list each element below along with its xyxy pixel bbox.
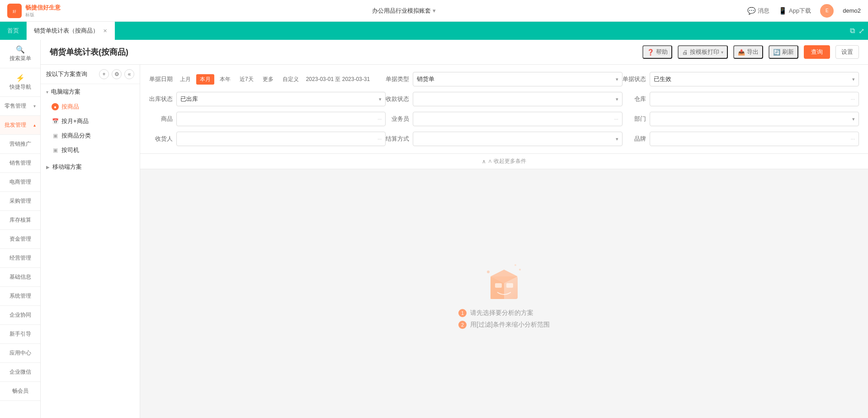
settings-button[interactable]: 设置: [835, 45, 859, 59]
sidebar-item-finance[interactable]: 资金管理: [0, 230, 40, 249]
sidebar-item-member[interactable]: 畅会员: [0, 382, 40, 401]
doc-status-select[interactable]: 已生效 ▾: [650, 72, 859, 86]
refresh-button[interactable]: 🔄 刷新: [769, 45, 798, 59]
message-button[interactable]: 💬 消息: [747, 7, 769, 15]
receiver-select[interactable]: ···: [176, 132, 386, 146]
tab-restore-icon[interactable]: ⧉: [850, 27, 855, 35]
staff-select[interactable]: ···: [413, 112, 622, 126]
sidebar-item-sales[interactable]: 销售管理: [0, 154, 40, 173]
user-avatar[interactable]: E: [820, 4, 834, 18]
filter-group-date: 单据日期 上月 本月 本年 近7天 更多 自定义 20: [149, 74, 386, 85]
receiver-dots-icon: ···: [377, 136, 382, 142]
payment-status-select[interactable]: ▾: [413, 92, 622, 106]
sidebar-item-search-menu[interactable]: 🔍 搜索菜单: [0, 40, 40, 68]
date-tab-this-year[interactable]: 本年: [216, 74, 234, 85]
app-selector[interactable]: 办公用品行业模拟账套 ▾: [368, 5, 439, 17]
product-select[interactable]: ···: [176, 112, 386, 126]
date-tab-7days[interactable]: 近7天: [236, 74, 257, 85]
sidebar-item-enterprise[interactable]: 企业协同: [0, 306, 40, 325]
hint-2-num: 2: [458, 321, 467, 329]
tree-item-by-category[interactable]: ▣ 按商品分类: [41, 128, 140, 143]
svg-rect-6: [506, 283, 513, 288]
collapse-bar[interactable]: ∧ ∧ 收起更多条件: [140, 154, 868, 169]
filter-group-payment-status: 收款状态 ▾: [386, 92, 622, 106]
left-panel: 按以下方案查询 + ⚙ « ▾ 电脑端方案 ● 按商品: [41, 65, 140, 418]
filter-group-receiver: 收货人 ···: [149, 132, 386, 146]
panel-header-actions: + ⚙ «: [99, 69, 134, 79]
filter-group-out-status: 出库状态 已出库 ▾: [149, 92, 386, 106]
filter-row-2: 出库状态 已出库 ▾ 收款状态 ▾: [149, 92, 859, 106]
payment-status-label: 收款状态: [386, 95, 413, 103]
tree-expand-icon: ▾: [46, 90, 48, 95]
query-button[interactable]: 查询: [804, 45, 830, 59]
out-status-label: 出库状态: [149, 95, 176, 103]
app-download-button[interactable]: 📱 App下载: [778, 7, 811, 15]
sidebar-item-purchase[interactable]: 采购管理: [0, 192, 40, 211]
date-tab-custom[interactable]: 自定义: [279, 74, 302, 85]
help-icon: ❓: [647, 49, 654, 56]
payment-status-arrow-icon: ▾: [616, 96, 618, 102]
date-tab-last-month[interactable]: 上月: [176, 74, 194, 85]
panel-settings-button[interactable]: ⚙: [112, 69, 122, 79]
filter-group-brand: 品牌 ···: [623, 132, 859, 146]
print-button[interactable]: 🖨 按模板打印 ▾: [678, 45, 728, 59]
department-select[interactable]: ▾: [650, 112, 859, 126]
date-tab-more[interactable]: 更多: [259, 74, 277, 85]
doc-type-select[interactable]: 销货单 ▾: [413, 72, 622, 86]
warehouse-select[interactable]: ···: [650, 92, 859, 106]
brand-select[interactable]: ···: [650, 132, 859, 146]
doc-type-label: 单据类型: [386, 75, 413, 83]
hint-1-text: 请先选择要分析的方案: [470, 309, 533, 317]
tab-sales-stats[interactable]: 销货单统计表（按商品） ✕: [27, 22, 115, 40]
main-layout: 🔍 搜索菜单 ⚡ 快捷导航 零售管理 ▾ 批发管理 ▴ 营销推广 销售管理 电商…: [0, 40, 868, 418]
out-status-arrow-icon: ▾: [379, 96, 382, 102]
tree-item-by-month-product[interactable]: 📅 按月+商品: [41, 114, 140, 128]
sidebar-item-marketing[interactable]: 营销推广: [0, 135, 40, 154]
sidebar-item-inventory[interactable]: 库存核算: [0, 211, 40, 230]
sidebar: 🔍 搜索菜单 ⚡ 快捷导航 零售管理 ▾ 批发管理 ▴ 营销推广 销售管理 电商…: [0, 40, 41, 418]
panel-add-button[interactable]: +: [99, 69, 109, 79]
panel-collapse-button[interactable]: «: [124, 69, 134, 79]
warehouse-dots-icon: ···: [851, 96, 855, 102]
settlement-select[interactable]: ▾: [413, 132, 622, 146]
sidebar-item-quick-nav[interactable]: ⚡ 快捷导航: [0, 68, 40, 97]
header-right: 💬 消息 📱 App下载 E demo2: [747, 4, 861, 18]
tree-section-pc: ▾ 电脑端方案: [41, 84, 140, 100]
tab-bar-actions: ⧉ ⤢: [846, 22, 868, 40]
sidebar-item-app-center[interactable]: 应用中心: [0, 344, 40, 363]
selector-arrow-icon: ▾: [433, 7, 436, 14]
sidebar-item-operations[interactable]: 经营管理: [0, 249, 40, 268]
quick-nav-icon: ⚡: [4, 74, 37, 82]
product-label: 商品: [149, 115, 176, 123]
page-actions: ❓ 帮助 🖨 按模板打印 ▾ 📤 导出 🔄 刷新 查询: [642, 45, 859, 64]
hint-1-num: 1: [458, 309, 467, 317]
print-icon: 🖨: [682, 49, 688, 56]
tab-close-icon[interactable]: ✕: [103, 28, 107, 34]
sidebar-item-wechat[interactable]: 企业微信: [0, 363, 40, 382]
sidebar-item-guide[interactable]: 新手引导: [0, 325, 40, 344]
svg-text:好: 好: [13, 10, 16, 14]
staff-label: 业务员: [386, 115, 413, 123]
date-tab-this-month[interactable]: 本月: [196, 74, 214, 85]
tree-mobile-expand-icon: ▶: [46, 165, 50, 170]
sidebar-item-ecommerce[interactable]: 电商管理: [0, 173, 40, 192]
tab-expand-icon[interactable]: ⤢: [859, 27, 864, 35]
download-icon: 📱: [778, 7, 787, 15]
sidebar-item-wholesale[interactable]: 批发管理 ▴: [0, 116, 40, 135]
sidebar-item-retail[interactable]: 零售管理 ▾: [0, 97, 40, 116]
export-button[interactable]: 📤 导出: [733, 45, 763, 59]
out-status-select[interactable]: 已出库 ▾: [176, 92, 386, 106]
collapse-label: ∧ 收起更多条件: [488, 157, 526, 165]
svg-point-8: [519, 269, 521, 271]
doc-status-arrow-icon: ▾: [852, 76, 855, 82]
svg-rect-5: [495, 283, 502, 288]
filter-area: 单据日期 上月 本月 本年 近7天 更多 自定义 20: [140, 65, 868, 154]
search-menu-icon: 🔍: [4, 45, 37, 54]
brand-dots-icon: ···: [851, 136, 855, 142]
tree-item-by-product[interactable]: ● 按商品: [41, 100, 140, 114]
sidebar-item-system[interactable]: 系统管理: [0, 287, 40, 306]
help-button[interactable]: ❓ 帮助: [642, 45, 672, 59]
sidebar-item-basic-info[interactable]: 基础信息: [0, 268, 40, 287]
tab-home[interactable]: 首页: [0, 22, 27, 40]
tree-item-by-register[interactable]: ▣ 按司机: [41, 143, 140, 157]
